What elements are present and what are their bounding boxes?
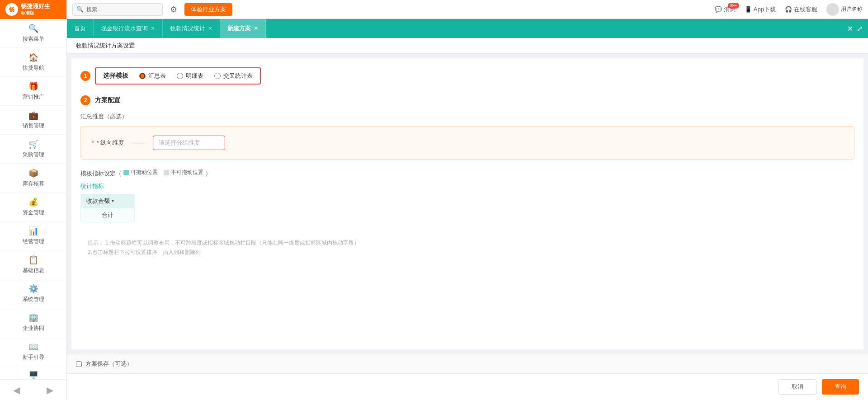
dimension-area: * * 纵向维度 —— 请选择分组维度 xyxy=(80,126,854,160)
sidebar-item-search-menu[interactable]: 🔍 搜索菜单 xyxy=(0,19,66,48)
non-draggable-badge: 不可拖动位置 xyxy=(164,169,203,176)
tabbar: 首页 现金银行流水查询 ✕ 收款情况统计 ✕ 新建方案 ✕ ✕ ⤢ xyxy=(67,19,868,38)
sidebar-nav: 🔍 搜索菜单 🏠 快捷导航 🎁 营销推广 💼 销售管理 🛒 采购管理 📦 库存核… xyxy=(0,19,66,379)
cancel-button[interactable]: 取消 xyxy=(778,379,816,395)
dimension-title: 汇总维度（必选） xyxy=(80,113,854,121)
settings-icon[interactable]: ⚙ xyxy=(170,5,177,14)
save-checkbox[interactable] xyxy=(76,361,82,367)
radio-summary-input[interactable] xyxy=(139,73,146,79)
basic-info-icon: 📋 xyxy=(28,255,38,265)
main-area: 🔍 ⚙ 体验行业方案 💬 消息 99+ 📱 App下载 🎧 在线客服 用户名称 xyxy=(67,0,868,400)
logo-icon: 畅 xyxy=(5,3,18,16)
step1-label: 选择模板 xyxy=(103,72,128,80)
tabbar-close-icon[interactable]: ✕ xyxy=(847,24,853,33)
sidebar-item-system[interactable]: ⚙️ 系统管理 xyxy=(0,279,66,308)
sidebar-logo: 畅 畅捷通好生 标准版 xyxy=(0,0,66,19)
tabbar-actions: ✕ ⤢ xyxy=(842,19,868,38)
sidebar-item-basic-info[interactable]: 📋 基础信息 xyxy=(0,250,66,279)
search-input[interactable] xyxy=(86,6,159,13)
inventory-icon: 📦 xyxy=(28,168,38,178)
step1-number: 1 xyxy=(80,71,90,81)
form-container: 1 选择模板 汇总表 明细表 交叉统计表 xyxy=(71,58,863,349)
draggable-badge: 可拖动位置 xyxy=(123,169,158,176)
sidebar-item-enterprise[interactable]: 🏢 企业协同 xyxy=(0,308,66,337)
metrics-section-title: 统计指标 xyxy=(80,182,854,190)
drag-indicator xyxy=(123,170,129,175)
tab-new-plan[interactable]: 新建方案 ✕ xyxy=(220,19,266,38)
save-label[interactable]: 方案保存（可选） xyxy=(85,360,132,368)
query-button[interactable]: 查询 xyxy=(822,379,859,395)
tab-bank-flow[interactable]: 现金银行流水查询 ✕ xyxy=(94,19,163,38)
radio-cross[interactable]: 交叉统计表 xyxy=(214,72,253,80)
tab-receipt-stat-close[interactable]: ✕ xyxy=(208,25,212,32)
content-area: 收款情况统计方案设置 1 选择模板 汇总表 明细表 xyxy=(67,38,868,400)
sales-icon: 💼 xyxy=(28,110,38,120)
sidebar-item-operation[interactable]: 📊 经营管理 xyxy=(0,221,66,250)
avatar xyxy=(826,3,839,16)
trial-btn[interactable]: 体验行业方案 xyxy=(184,3,232,16)
tab-bank-flow-close[interactable]: ✕ xyxy=(151,25,155,32)
tab-home[interactable]: 首页 xyxy=(67,19,94,38)
sidebar-item-sales[interactable]: 💼 销售管理 xyxy=(0,106,66,135)
search-menu-icon: 🔍 xyxy=(28,24,38,33)
vertical-label: * * 纵向维度 xyxy=(92,139,124,147)
sidebar-footer: ◀ ▶ xyxy=(0,379,66,400)
dimension-arrow: —— xyxy=(131,139,146,147)
tabbar-expand-icon[interactable]: ⤢ xyxy=(857,24,863,33)
enterprise-icon: 🏢 xyxy=(28,313,38,323)
radio-detail[interactable]: 明细表 xyxy=(177,72,203,80)
sidebar-item-purchase[interactable]: 🛒 采购管理 xyxy=(0,135,66,164)
sidebar-item-hardware[interactable]: 🖥️ 智能硬件 xyxy=(0,366,66,379)
topbar-search-box[interactable]: 🔍 xyxy=(72,3,163,16)
tab-new-plan-close[interactable]: ✕ xyxy=(254,25,258,32)
dimension-row: * * 纵向维度 —— 请选择分组维度 xyxy=(92,136,843,150)
operation-icon: 📊 xyxy=(28,226,38,236)
app-download-btn[interactable]: 📱 App下载 xyxy=(745,5,776,14)
radio-summary[interactable]: 汇总表 xyxy=(139,72,166,80)
metrics-table-header: 收款金额 ▾ xyxy=(81,194,134,208)
hardware-icon: 🖥️ xyxy=(28,371,38,379)
required-mark: * xyxy=(92,139,94,146)
tip-line2: 2.点击标题栏下拉可设置排序、插入列和删除列 xyxy=(88,248,847,258)
page-footer: 方案保存（可选） xyxy=(67,354,868,373)
step2-number: 2 xyxy=(80,95,90,105)
message-btn[interactable]: 💬 消息 99+ xyxy=(715,5,736,14)
sidebar-item-inventory[interactable]: 📦 库存核算 xyxy=(0,164,66,193)
purchase-icon: 🛒 xyxy=(28,139,38,149)
user-avatar-area[interactable]: 用户名称 xyxy=(826,3,863,16)
bottom-action-bar: 取消 查询 xyxy=(67,373,868,400)
metrics-config: 模板指标设定（ 可拖动位置 不可拖动位置 ） 统计 xyxy=(80,169,854,224)
nodrag-indicator xyxy=(164,170,169,175)
sidebar-expand-btn[interactable]: ▶ xyxy=(33,380,67,400)
metrics-table-total: 合计 xyxy=(81,208,134,222)
metrics-config-title: 模板指标设定（ 可拖动位置 不可拖动位置 ） xyxy=(80,169,211,178)
sidebar-item-capital[interactable]: 💰 资金管理 xyxy=(0,193,66,221)
dimension-select[interactable]: 请选择分组维度 xyxy=(153,136,225,150)
message-badge: 99+ xyxy=(728,3,739,9)
system-icon: ⚙️ xyxy=(28,284,38,294)
sidebar-item-quick-nav[interactable]: 🏠 快捷导航 xyxy=(0,48,66,77)
step2-label: 方案配置 xyxy=(95,96,120,104)
metrics-label-row: 模板指标设定（ 可拖动位置 不可拖动位置 ） xyxy=(80,169,854,178)
page-title-bar: 收款情况统计方案设置 xyxy=(67,38,868,54)
quick-nav-icon: 🏠 xyxy=(28,52,38,62)
search-icon: 🔍 xyxy=(76,6,84,13)
tip-line1: 提示： 1.拖动标题栏可以调整布局，不可跨维度或指标区域拖动栏目段（只能在同一维… xyxy=(88,238,847,248)
tab-receipt-stat[interactable]: 收款情况统计 ✕ xyxy=(163,19,220,38)
capital-icon: 💰 xyxy=(28,197,38,207)
metrics-table: 收款金额 ▾ 合计 xyxy=(80,194,135,222)
tips-section: 提示： 1.拖动标题栏可以调整布局，不可跨维度或指标区域拖动栏目段（只能在同一维… xyxy=(80,233,854,263)
marketing-icon: 🎁 xyxy=(28,81,38,91)
step1-section: 1 选择模板 汇总表 明细表 交叉统计表 xyxy=(80,67,854,85)
radio-detail-input[interactable] xyxy=(177,73,183,79)
service-icon: 🎧 xyxy=(785,6,792,13)
sidebar-item-marketing[interactable]: 🎁 营销推广 xyxy=(0,77,66,106)
metrics-dropdown-icon[interactable]: ▾ xyxy=(112,198,114,203)
radio-cross-input[interactable] xyxy=(214,73,221,79)
step1-header: 1 选择模板 汇总表 明细表 交叉统计表 xyxy=(80,67,854,85)
service-btn[interactable]: 🎧 在线客服 xyxy=(785,5,817,14)
sidebar-item-guide[interactable]: 📖 新手引导 xyxy=(0,337,66,366)
logo-text: 畅捷通好生 标准版 xyxy=(21,3,50,16)
sidebar-collapse-btn[interactable]: ◀ xyxy=(0,380,33,400)
topbar: 🔍 ⚙ 体验行业方案 💬 消息 99+ 📱 App下载 🎧 在线客服 用户名称 xyxy=(67,0,868,19)
